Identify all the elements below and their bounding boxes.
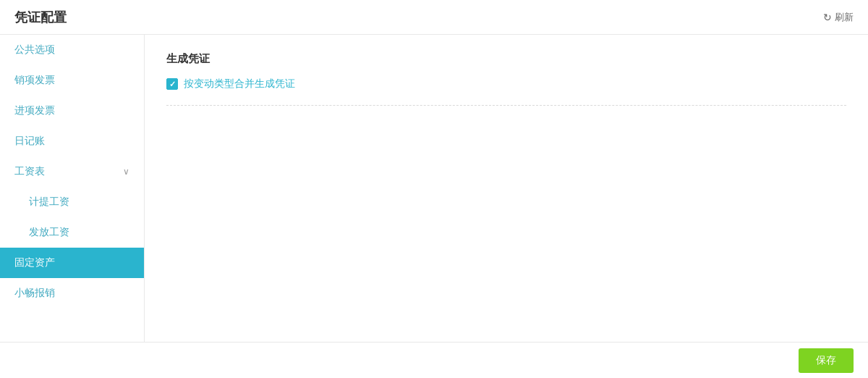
sidebar-item-sales-invoice[interactable]: 销项发票 bbox=[0, 65, 144, 96]
refresh-label: 刷新 bbox=[835, 11, 854, 24]
sidebar: 公共选项销项发票进项发票日记账工资表∨计提工资发放工资固定资产小畅报销 bbox=[0, 35, 145, 342]
sidebar-item-purchase-invoice[interactable]: 进项发票 bbox=[0, 96, 144, 126]
sidebar-item-label: 进项发票 bbox=[14, 104, 55, 117]
page-header: 凭证配置 ↻ 刷新 bbox=[0, 0, 868, 35]
sidebar-item-public-options[interactable]: 公共选项 bbox=[0, 35, 144, 65]
page-footer: 保存 bbox=[0, 342, 868, 378]
sidebar-item-journal[interactable]: 日记账 bbox=[0, 126, 144, 156]
sidebar-item-label: 销项发票 bbox=[14, 74, 55, 87]
sidebar-item-label: 小畅报销 bbox=[14, 287, 55, 300]
sidebar-item-label: 日记账 bbox=[14, 135, 45, 148]
section-divider bbox=[166, 105, 846, 106]
content-area: 生成凭证 按变动类型合并生成凭证 bbox=[145, 35, 868, 342]
sidebar-item-calc-salary[interactable]: 计提工资 bbox=[0, 187, 144, 217]
sidebar-item-payroll-table[interactable]: 工资表∨ bbox=[0, 156, 144, 187]
sidebar-item-label: 发放工资 bbox=[29, 226, 69, 239]
checkbox-label[interactable]: 按变动类型合并生成凭证 bbox=[184, 77, 295, 91]
checkbox-row: 按变动类型合并生成凭证 bbox=[166, 77, 846, 91]
main-layout: 公共选项销项发票进项发票日记账工资表∨计提工资发放工资固定资产小畅报销 生成凭证… bbox=[0, 35, 868, 342]
page-title: 凭证配置 bbox=[14, 9, 67, 26]
refresh-button[interactable]: ↻ 刷新 bbox=[823, 11, 854, 24]
sidebar-item-label: 公共选项 bbox=[14, 43, 55, 56]
sidebar-item-label: 固定资产 bbox=[14, 256, 55, 269]
chevron-down-icon: ∨ bbox=[123, 167, 129, 177]
sidebar-item-label: 工资表 bbox=[14, 165, 45, 178]
sidebar-item-expense-report[interactable]: 小畅报销 bbox=[0, 278, 144, 308]
refresh-icon: ↻ bbox=[823, 12, 832, 23]
sidebar-item-fixed-assets[interactable]: 固定资产 bbox=[0, 248, 144, 278]
save-button[interactable]: 保存 bbox=[799, 348, 854, 373]
sidebar-item-pay-salary[interactable]: 发放工资 bbox=[0, 217, 144, 248]
section-title: 生成凭证 bbox=[166, 52, 846, 66]
merge-by-type-checkbox[interactable] bbox=[166, 78, 178, 90]
sidebar-item-label: 计提工资 bbox=[29, 196, 69, 209]
